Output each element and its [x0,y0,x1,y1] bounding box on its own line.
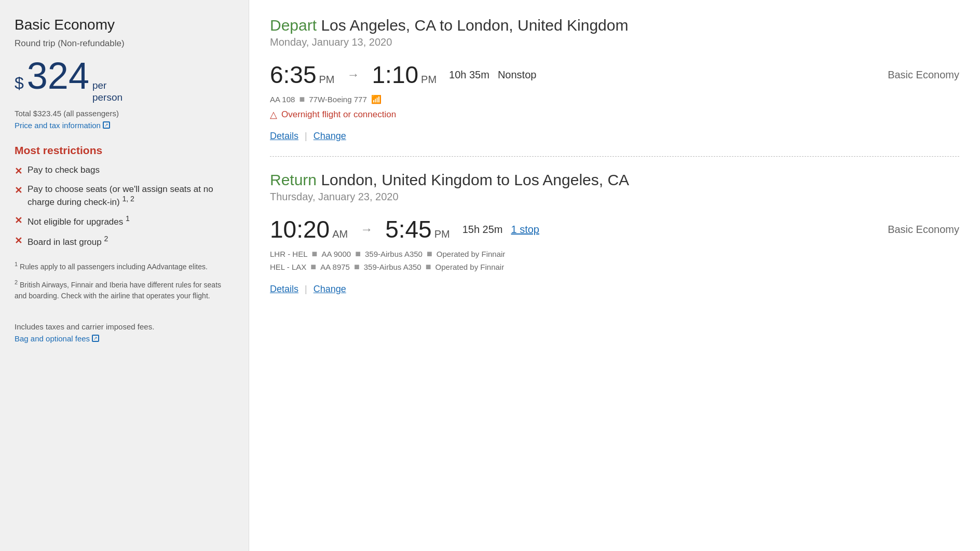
left-panel: Basic Economy Round trip (Non-refundable… [0,0,249,551]
footnote-2: 2 British Airways, Finnair and Iberia ha… [15,278,234,301]
price-tax-link[interactable]: Price and tax information ↗ [15,121,110,130]
return-details-link[interactable]: Details [270,284,298,295]
depart-stops: Nonstop [498,69,537,81]
dot-separator: ■ [355,249,361,259]
x-icon: ✕ [15,166,22,177]
depart-flight-meta: AA 108 ■ 77W-Boeing 777 📶 [270,94,959,105]
return-cabin-class: Basic Economy [888,224,959,236]
leg2-route: HEL - LAX [270,263,306,271]
depart-flight-number: AA 108 [270,95,295,104]
arrive-time-main: 1:10 [372,61,419,89]
leg1-flight: AA 9000 [321,250,351,258]
dot-separator: ■ [312,249,318,259]
overnight-text: Overnight flight or connection [281,109,396,120]
right-panel: Depart Los Angeles, CA to London, United… [249,0,980,551]
leg1-route: LHR - HEL [270,250,308,258]
depart-time-ampm: PM [319,74,335,86]
depart-route: Los Angeles, CA to London, United Kingdo… [321,17,628,34]
restriction-item: ✕ Pay to choose seats (or we'll assign s… [15,184,234,208]
return-leg-2: HEL - LAX ■ AA 8975 ■ 359-Airbus A350 ■ … [270,261,959,272]
restriction-text: Pay to check bags [28,165,100,175]
depart-action-links: Details | Change [270,131,959,142]
return-leg-1: LHR - HEL ■ AA 9000 ■ 359-Airbus A350 ■ … [270,249,959,259]
pipe-separator: | [305,284,307,295]
depart-aircraft: 77W-Boeing 777 [309,95,366,104]
restriction-item: ✕ Pay to check bags [15,165,234,177]
return-arrive-time: 5:45 PM [385,215,450,243]
return-times-row: 10:20 AM → 5:45 PM 15h 25m 1 stop Basic … [270,215,959,243]
return-arrive-ampm: PM [434,228,450,240]
return-depart-time: 10:20 AM [270,215,348,243]
dot-separator: ■ [427,249,432,259]
return-change-link[interactable]: Change [314,284,346,295]
depart-heading: Depart Los Angeles, CA to London, United… [270,17,959,34]
return-section: Return London, United Kingdom to Los Ang… [270,171,959,309]
restriction-text: Not eligible for upgrades 1 [28,214,130,227]
depart-details-link[interactable]: Details [270,131,298,142]
depart-time-main: 6:35 [270,61,317,89]
depart-duration-info: 10h 35m Nonstop [449,69,536,81]
warning-icon: △ [270,109,277,120]
external-link-icon: ↗ [92,335,99,342]
depart-change-link[interactable]: Change [314,131,346,142]
x-icon: ✕ [15,235,22,246]
restriction-item: ✕ Board in last group 2 [15,235,234,247]
per-person-label: perperson [92,80,122,104]
return-route: London, United Kingdom to Los Angeles, C… [321,171,629,188]
depart-date: Monday, January 13, 2020 [270,36,959,48]
arrive-time: 1:10 PM [372,61,437,89]
restriction-text: Pay to choose seats (or we'll assign sea… [28,184,234,208]
depart-duration: 10h 35m [449,69,489,81]
leg2-aircraft: 359-Airbus A350 [364,263,421,271]
leg2-operator: Operated by Finnair [435,263,505,271]
arrow-icon: → [360,222,373,237]
depart-times-row: 6:35 PM → 1:10 PM 10h 35m Nonstop Basic … [270,61,959,89]
section-divider [270,156,959,157]
x-icon: ✕ [15,185,22,196]
external-link-icon: ↗ [103,121,110,129]
return-duration: 15h 25m [462,224,503,236]
return-date: Thursday, January 23, 2020 [270,191,959,203]
pipe-separator: | [305,131,307,142]
depart-time: 6:35 PM [270,61,335,89]
dollar-sign: $ [15,74,24,93]
bag-fees-link[interactable]: Bag and optional fees ↗ [15,334,99,343]
dot-separator: ■ [299,94,305,105]
arrive-time-ampm: PM [421,74,437,86]
price-row: $ 324 perperson [15,57,234,104]
dot-separator: ■ [354,261,360,272]
return-keyword: Return [270,171,317,188]
footnote-1: 1 Rules apply to all passengers includin… [15,260,234,272]
price-amount: 324 [27,57,89,94]
return-action-links: Details | Change [270,284,959,295]
leg1-operator: Operated by Finnair [437,250,506,258]
restriction-text: Board in last group 2 [28,235,108,247]
return-depart-ampm: AM [332,228,348,240]
return-stops-link[interactable]: 1 stop [511,224,539,236]
depart-cabin-class: Basic Economy [888,69,959,81]
return-depart-time-main: 10:20 [270,215,330,243]
return-heading: Return London, United Kingdom to Los Ang… [270,171,959,189]
trip-type: Round trip (Non-refundable) [15,38,234,49]
restriction-list: ✕ Pay to check bags ✕ Pay to choose seat… [15,165,234,247]
restriction-item: ✕ Not eligible for upgrades 1 [15,214,234,227]
leg2-flight: AA 8975 [320,263,350,271]
arrow-icon: → [347,67,360,82]
dot-separator: ■ [426,261,431,272]
x-icon: ✕ [15,215,22,226]
wifi-icon: 📶 [371,94,382,104]
return-arrive-time-main: 5:45 [385,215,432,243]
bottom-note: Includes taxes and carrier imposed fees. [15,322,234,331]
leg1-aircraft: 359-Airbus A350 [365,250,423,258]
depart-section: Depart Los Angeles, CA to London, United… [270,17,959,156]
depart-keyword: Depart [270,17,317,34]
restrictions-title: Most restrictions [15,144,234,157]
cabin-class-title: Basic Economy [15,17,234,33]
return-duration-info: 15h 25m 1 stop [462,224,539,236]
overnight-warning: △ Overnight flight or connection [270,109,959,120]
dot-separator: ■ [310,261,316,272]
total-line: Total $323.45 (all passengers) [15,109,234,118]
